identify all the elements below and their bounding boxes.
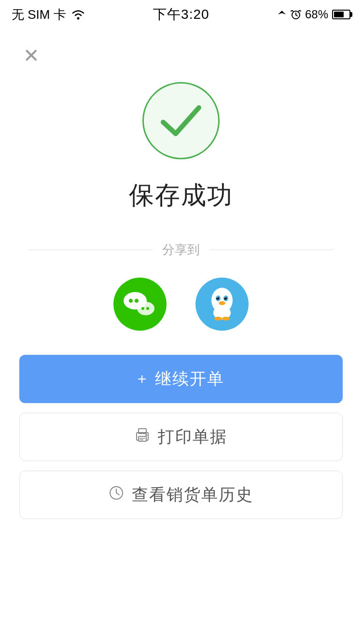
status-left: 无 SIM 卡 (12, 6, 85, 23)
success-title: 保存成功 (129, 179, 233, 212)
sim-status: 无 SIM 卡 (12, 6, 66, 23)
svg-point-5 (129, 299, 133, 303)
divider-right (209, 250, 333, 250)
close-button-row: ✕ (0, 39, 362, 82)
svg-point-16 (224, 297, 225, 298)
svg-line-3 (296, 15, 297, 16)
status-bar: 无 SIM 卡 下午3:20 68% (0, 0, 362, 29)
qq-icon-svg (206, 287, 238, 322)
plus-icon: + (138, 370, 148, 388)
status-right: 68% (277, 8, 350, 21)
continue-order-label: 继续开单 (155, 368, 224, 390)
view-history-label: 查看销货单历史 (132, 484, 253, 506)
close-button[interactable]: ✕ (19, 43, 43, 68)
alarm-icon (291, 9, 301, 20)
battery-percent: 68% (305, 8, 328, 21)
svg-point-8 (141, 307, 144, 310)
svg-point-15 (217, 297, 218, 298)
svg-point-0 (77, 17, 79, 20)
printer-icon (135, 428, 150, 446)
location-icon (277, 10, 287, 19)
divider-left (29, 250, 153, 250)
button-section: + 继续开单 打印单据 (0, 355, 362, 519)
svg-point-13 (216, 297, 219, 300)
svg-point-26 (145, 434, 147, 436)
svg-point-17 (219, 301, 225, 305)
view-history-button[interactable]: 查看销货单历史 (19, 471, 343, 519)
wechat-icon-svg (123, 290, 157, 318)
wechat-share-button[interactable] (113, 278, 167, 331)
print-receipt-label: 打印单据 (158, 426, 227, 448)
qq-share-button[interactable] (195, 278, 249, 331)
svg-point-9 (146, 307, 149, 310)
svg-rect-23 (139, 436, 146, 441)
share-section: 分享到 (0, 241, 362, 331)
close-icon: ✕ (23, 46, 40, 65)
share-label: 分享到 (162, 241, 200, 258)
svg-point-7 (137, 302, 154, 315)
status-time: 下午3:20 (153, 5, 209, 24)
success-icon-circle (142, 82, 220, 159)
battery-icon (332, 10, 350, 19)
print-receipt-button[interactable]: 打印单据 (19, 413, 343, 461)
battery-fill (334, 12, 344, 17)
svg-point-14 (224, 297, 227, 300)
history-icon (109, 485, 124, 504)
svg-point-19 (214, 317, 222, 321)
share-divider: 分享到 (0, 241, 362, 258)
svg-point-6 (135, 299, 139, 303)
continue-order-button[interactable]: + 继续开单 (19, 355, 343, 403)
wifi-icon (71, 9, 85, 20)
share-icons-row (113, 278, 249, 331)
svg-line-29 (116, 493, 119, 495)
checkmark-icon (159, 104, 203, 138)
svg-point-20 (222, 317, 230, 321)
main-content: ✕ 保存成功 分享到 (0, 29, 362, 519)
